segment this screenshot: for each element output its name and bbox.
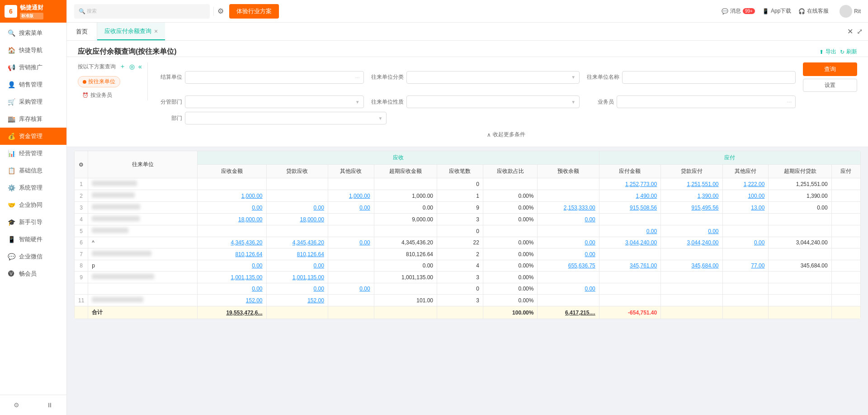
footer-rec-count [437, 306, 483, 319]
sidebar-item-finance[interactable]: 💰 资金管理 [0, 128, 66, 145]
online-service-action[interactable]: 🎧 在线客服 [798, 7, 829, 15]
page-header: 应收应付余额查询(按往来单位) ⬆ 导出 ↻ 刷新 [67, 41, 868, 57]
cell-pay-extra [831, 214, 860, 225]
sidebar-item-basic[interactable]: 📋 基础信息 [0, 162, 66, 179]
cell-no: 1 [75, 178, 88, 190]
cell-rec-count: 1 [437, 190, 483, 202]
cell-rec-other [328, 214, 374, 225]
cell-pay-overdue [769, 283, 831, 295]
cell-pay-extra [831, 225, 860, 237]
refresh-button[interactable]: ↻ 刷新 [840, 48, 857, 56]
th-rec-count: 应收笔数 [437, 165, 483, 178]
cell-rec-overdue: 1,000.00 [374, 190, 437, 202]
footer-rec-amount[interactable]: 19,553,472,6... [198, 306, 266, 319]
guide-icon: 🎓 [7, 219, 15, 226]
cell-rec-amount: 152.00 [198, 295, 266, 306]
cell-rec-other [328, 178, 374, 190]
topbar-search[interactable]: 🔍 搜索 [74, 4, 210, 19]
cell-pay-overdue [769, 225, 831, 237]
input-partner-name[interactable] [622, 71, 796, 84]
footer-rec-advance[interactable]: 6,417,215.... [538, 306, 599, 319]
sidebar-item-sales[interactable]: 👤 销售管理 [0, 76, 66, 93]
sidebar-item-search-menu[interactable]: 🔍 搜索菜单 [0, 24, 66, 42]
sidebar-item-guide[interactable]: 🎓 新手引导 [0, 214, 66, 231]
member-icon: 🅥 [7, 270, 15, 277]
sidebar-item-purchase[interactable]: 🛒 采购管理 [0, 93, 66, 110]
filter-fields: 结算单位 ··· 往来单位分类 ▼ 往来单位名称 [155, 62, 857, 141]
collapse-more[interactable]: ∧ 收起更多条件 [155, 128, 857, 141]
cell-rec-overdue: 0.00 [374, 202, 437, 214]
collapse-icon[interactable]: ⏸ [42, 399, 57, 411]
cta-button[interactable]: 体验行业方案 [229, 4, 279, 19]
tab-home[interactable]: 首页 [67, 23, 97, 40]
footer-row: 合计 19,553,472,6... 100.00% 6,417,215....… [75, 306, 861, 319]
input-department[interactable]: ▼ [185, 112, 387, 124]
sidebar-item-wechat[interactable]: 💬 企业微信 [0, 248, 66, 265]
settings-bottom-icon[interactable]: ⚙ [9, 399, 24, 411]
sidebar-item-quick-nav[interactable]: 🏠 快捷导航 [0, 42, 66, 59]
footer-pay-other [722, 306, 769, 319]
online-service-label: 在线客服 [807, 7, 829, 15]
user-action[interactable]: Rit [836, 5, 861, 18]
settings-button[interactable]: 设置 [803, 79, 857, 92]
expand-icon[interactable]: ⤢ [857, 27, 863, 36]
tab-bar-actions: ✕ ⤢ [842, 23, 868, 40]
table-row: 6 ^ 4,345,436.20 4,345,436.20 0.00 4,345… [75, 237, 861, 248]
cell-rec-ratio: 0.00% [483, 260, 538, 272]
sidebar-item-inventory[interactable]: 🏬 库存核算 [0, 110, 66, 128]
messages-label: 消息 [730, 7, 741, 15]
th-rec-amount: 应收金额 [198, 165, 266, 178]
scheme-salesman[interactable]: ⏰ 按业务员 [78, 90, 120, 100]
settings-icon[interactable]: ⚙ [217, 7, 224, 15]
sidebar-item-system[interactable]: ⚙️ 系统管理 [0, 179, 66, 196]
cell-pay-extra [831, 237, 860, 248]
sidebar-item-cooperation[interactable]: 🤝 企业协同 [0, 196, 66, 214]
cell-partner [88, 225, 198, 237]
scheme-partner[interactable]: 按往来单位 [78, 76, 120, 87]
cell-partner [88, 202, 198, 214]
app-icon: 📱 [762, 8, 769, 14]
scheme2-label: 按业务员 [90, 91, 112, 99]
messages-action[interactable]: 💬 消息 99+ [722, 7, 755, 15]
cell-rec-overdue [374, 225, 437, 237]
cooperation-icon: 🤝 [7, 201, 15, 209]
footer-rec-overdue [374, 306, 437, 319]
query-button[interactable]: 查询 [803, 62, 857, 76]
cell-pay-overdue: 0.00 [769, 202, 831, 214]
table-row: 7 810,126.64 810,126.64 810,126.64 2 0.0… [75, 248, 861, 260]
logo-text: 畅捷通财 [20, 4, 43, 12]
sidebar-item-hardware[interactable]: 📱 智能硬件 [0, 231, 66, 248]
sidebar-item-operation[interactable]: 📊 经营管理 [0, 145, 66, 162]
app-download-action[interactable]: 📱 App下载 [762, 7, 791, 15]
input-salesman[interactable]: ··· [617, 95, 796, 108]
add-scheme-icon[interactable]: ＋ [119, 62, 126, 71]
cell-rec-ratio: 0.00% [483, 202, 538, 214]
th-partner: 往来单位 [88, 151, 198, 178]
cell-pay-amount [599, 214, 660, 225]
input-partner-nature[interactable]: ▼ [406, 95, 580, 108]
cell-rec-loan: 1,001,135.00 [266, 272, 328, 283]
sidebar-item-member[interactable]: 🅥 畅会员 [0, 265, 66, 282]
cell-pay-amount [599, 248, 660, 260]
collapse-scheme-icon[interactable]: « [138, 63, 142, 70]
export-button[interactable]: ⬆ 导出 [819, 48, 836, 56]
edit-scheme-icon[interactable]: ◎ [129, 63, 135, 70]
close-window-icon[interactable]: ✕ [847, 27, 853, 36]
cell-rec-other [328, 248, 374, 260]
tab-close-icon[interactable]: × [154, 28, 158, 35]
input-settlement[interactable]: ··· [185, 71, 364, 84]
cell-rec-overdue [374, 178, 437, 190]
cell-rec-advance [538, 295, 599, 306]
cell-pay-other: 13.00 [722, 202, 769, 214]
search-menu-icon: 🔍 [7, 29, 15, 37]
th-settings[interactable]: ⚙ [75, 151, 88, 178]
field-salesman: 业务员 ··· [587, 95, 796, 108]
sidebar-item-marketing[interactable]: 📢 营销推广 [0, 59, 66, 76]
cell-rec-loan [266, 178, 328, 190]
table-row: 1 0 1,252,773.00 1,251,551.00 1,222.00 1… [75, 178, 861, 190]
tab-active[interactable]: 应收应付余额查询 × [97, 23, 165, 40]
cell-partner [88, 283, 198, 295]
input-dept[interactable]: ▼ [185, 95, 364, 108]
footer-rec-loan [266, 306, 328, 319]
input-partner-type[interactable]: ▼ [406, 71, 580, 84]
